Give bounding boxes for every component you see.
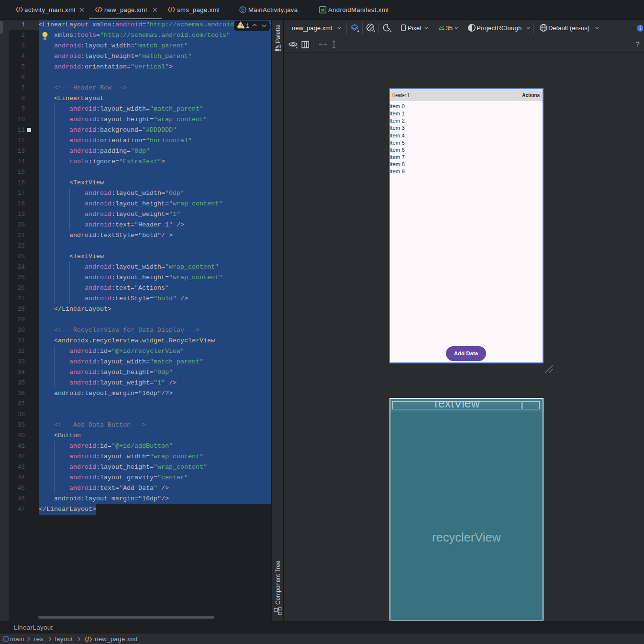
svg-text:C: C xyxy=(241,8,244,12)
svg-text:M: M xyxy=(321,8,324,12)
